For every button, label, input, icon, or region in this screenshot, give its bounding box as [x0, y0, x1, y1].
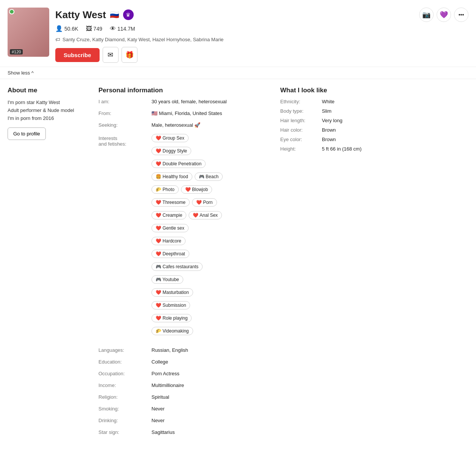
tags-container: ❤️ Group Sex❤️ Doggy Style❤️ Double Pene… [151, 134, 265, 337]
photos-icon: 🖼 [86, 25, 92, 32]
profile-name: Katty West [55, 9, 106, 21]
profile-name-row: Katty West 🇷🇺 ♛ 📷 💜 ••• [55, 8, 468, 22]
value-from: 🇺🇸 Miami, Florida, United States [151, 110, 222, 116]
looks-row-height: Height: 5 ft 66 in (168 cm) [280, 146, 379, 152]
label-bodytype: Body type: [280, 108, 322, 114]
interest-tag[interactable]: ❤️ Threesome [151, 198, 190, 207]
interest-tag[interactable]: 🌮 Photo [151, 185, 179, 194]
looks-row-eyecolor: Eye color: Brown [280, 137, 379, 142]
looks-row-hairlength: Hair length: Very long [280, 118, 379, 123]
views-count: 114.7M [117, 26, 135, 32]
value-height: 5 ft 66 in (168 cm) [322, 146, 362, 152]
value-smoking: Never [151, 406, 165, 412]
interest-tag[interactable]: ❤️ Anal Sex [189, 211, 222, 219]
interest-tag[interactable]: ❤️ Doggy Style [151, 147, 191, 155]
looks-row-bodytype: Body type: Slim [280, 108, 379, 114]
interest-tag[interactable]: ❤️ Gentle sex [151, 224, 189, 232]
personal-section: Personal information I am: 30 years old,… [98, 87, 265, 441]
online-indicator [9, 9, 14, 14]
label-haircolor: Hair color: [280, 127, 322, 133]
label-religion: Religion: [98, 394, 151, 400]
interest-tag[interactable]: ❤️ Submission [151, 301, 190, 309]
value-drinking: Never [151, 418, 165, 423]
looks-title: What I look like [280, 87, 379, 94]
about-section: About me I'm porn star Katty West Adult … [8, 87, 83, 441]
interest-tag[interactable]: 🎮 Beach [195, 173, 223, 181]
info-row-starsign: Star sign: Sagittarius [98, 429, 265, 435]
value-education: College [151, 359, 168, 365]
info-row-smoking: Smoking: Never [98, 406, 265, 412]
interest-tag[interactable]: ❤️ Hardcore [151, 237, 186, 245]
about-line3: I'm in porn from 2016 [8, 115, 83, 123]
value-eyecolor: Brown [322, 137, 336, 142]
message-button[interactable]: ✉ [103, 47, 119, 63]
looks-section: What I look like Ethnicity: White Body t… [280, 87, 379, 441]
label-ethnicity: Ethnicity: [280, 99, 322, 104]
info-row-religion: Religion: Spiritual [98, 394, 265, 400]
label-income: Income: [98, 382, 151, 388]
value-haircolor: Brown [322, 127, 336, 133]
avatar-badge: #120 [10, 49, 23, 54]
interest-tag[interactable]: 🌮 Videomaking [151, 327, 193, 335]
info-row-iam: I am: 30 years old, female, heterosexual [98, 99, 265, 104]
label-hairlength: Hair length: [280, 118, 322, 123]
label-occupation: Occupation: [98, 371, 151, 376]
value-ethnicity: White [322, 99, 334, 104]
about-line1: I'm porn star Katty West [8, 99, 83, 107]
avatar-wrap: #120 [8, 8, 49, 57]
label-eyecolor: Eye color: [280, 137, 322, 142]
content-area: About me I'm porn star Katty West Adult … [0, 79, 476, 449]
stat-followers: 👤 50.6K [55, 25, 78, 32]
looks-row-ethnicity: Ethnicity: White [280, 99, 379, 104]
stat-photos: 🖼 749 [86, 25, 102, 32]
looks-row-haircolor: Hair color: Brown [280, 127, 379, 133]
profile-actions-right: 📷 💜 ••• [419, 8, 468, 22]
value-starsign: Sagittarius [151, 429, 175, 435]
interest-tag[interactable]: ❤️ Porn [192, 198, 217, 207]
value-iam: 30 years old, female, heterosexual [151, 99, 227, 104]
more-button[interactable]: ••• [454, 8, 468, 22]
photos-count: 749 [94, 26, 102, 32]
views-icon: 👁 [110, 25, 116, 32]
interest-tag[interactable]: 🎮 Youtube [151, 275, 183, 284]
about-title: About me [8, 87, 83, 94]
heart-button[interactable]: 💜 [437, 8, 451, 22]
subscribe-button[interactable]: Subscribe [55, 48, 100, 62]
label-height: Height: [280, 146, 322, 152]
followers-count: 50.6K [64, 26, 78, 32]
interest-tag[interactable]: ❤️ Blowjob [181, 185, 212, 194]
interest-tag[interactable]: ❤️ Double Penetration [151, 160, 206, 168]
value-bodytype: Slim [322, 108, 331, 114]
profile-header: #120 Katty West 🇷🇺 ♛ 📷 💜 ••• 👤 50.6K 🖼 7… [0, 0, 476, 67]
stat-views: 👁 114.7M [110, 25, 135, 32]
aliases-icon: 🏷 [55, 37, 60, 42]
about-line2: Adult performer & Nude model [8, 107, 83, 115]
about-text: I'm porn star Katty West Adult performer… [8, 99, 83, 122]
info-row-income: Income: Multimillionaire [98, 382, 265, 388]
flag-icon: 🇷🇺 [110, 10, 119, 19]
info-row-interests: Interestsand fetishes: ❤️ Group Sex❤️ Do… [98, 134, 265, 337]
interest-tag[interactable]: ❤️ Group Sex [151, 134, 189, 142]
label-starsign: Star sign: [98, 429, 151, 435]
info-row-languages: Languages: Russian, English [98, 347, 265, 353]
interest-tag[interactable]: ❤️ Creampie [151, 211, 186, 219]
followers-icon: 👤 [55, 25, 63, 32]
go-to-profile-button[interactable]: Go to profile [8, 127, 46, 140]
label-languages: Languages: [98, 347, 151, 353]
interest-tag[interactable]: 🍔 Healthy food [151, 173, 192, 181]
show-less[interactable]: Show less ^ [0, 67, 476, 79]
info-row-drinking: Drinking: Never [98, 418, 265, 423]
gift-button[interactable]: 🎁 [122, 47, 137, 63]
profile-stats: 👤 50.6K 🖼 749 👁 114.7M [55, 25, 468, 32]
aliases-row: 🏷 Santy Cruze, Katty Diamond, Katy West,… [55, 37, 468, 42]
value-seeking: Male, heterosexual 🚀 [151, 122, 200, 128]
interest-tag[interactable]: ❤️ Deepthroat [151, 250, 189, 258]
personal-title: Personal information [98, 87, 265, 94]
crown-badge: ♛ [123, 9, 134, 20]
label-iam: I am: [98, 99, 151, 104]
interest-tag[interactable]: ❤️ Role playing [151, 314, 192, 322]
interest-tag[interactable]: ❤️ Masturbation [151, 288, 193, 297]
info-row-education: Education: College [98, 359, 265, 365]
instagram-button[interactable]: 📷 [419, 8, 434, 22]
interest-tag[interactable]: 🎮 Cafes restaurants [151, 263, 203, 271]
